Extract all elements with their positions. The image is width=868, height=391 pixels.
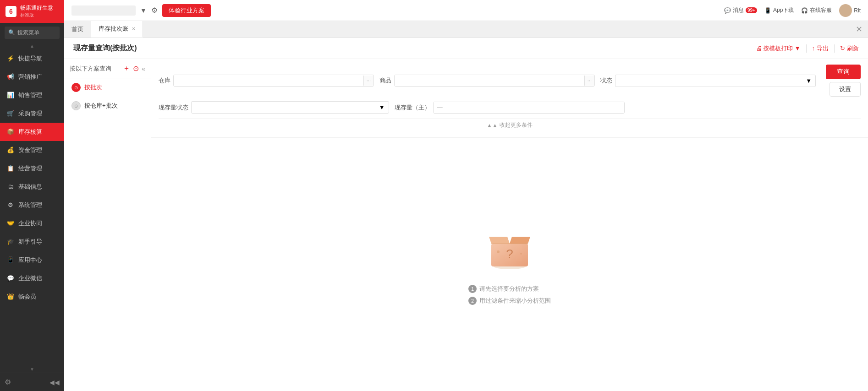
plan-settings-button[interactable]: ⊙ (133, 64, 139, 73)
warehouse-input[interactable] (174, 75, 363, 86)
collapse-left-panel-button[interactable]: « (142, 65, 145, 72)
topbar-gear-button[interactable]: ⚙ (151, 6, 158, 15)
toggle-sidebar-button[interactable]: ◀◀ (49, 379, 60, 386)
empty-state: ? 1 请先选择要分析的方案 2 用过滤条件来缩小分析范围 (151, 138, 868, 391)
product-more-icon[interactable]: ··· (584, 76, 594, 86)
product-filter-group: 商品 ··· (379, 75, 595, 87)
sidebar-item-shortcut[interactable]: ⚡ 快捷导航 (0, 49, 64, 68)
message-label: 消息 (733, 6, 744, 14)
sidebar-item-system[interactable]: ⚙ 系统管理 (0, 196, 64, 214)
experience-industry-button[interactable]: 体验行业方案 (162, 4, 211, 17)
plan-batch-icon: ⊙ (71, 83, 81, 92)
status-select[interactable]: ▼ (615, 75, 816, 87)
inventory-amount-input[interactable] (434, 102, 625, 113)
topbar-dropdown-button[interactable]: ▼ (140, 7, 147, 14)
scroll-up-indicator[interactable]: ▲ (0, 43, 64, 49)
sidebar-item-sales[interactable]: 📊 销售管理 (0, 86, 64, 104)
search-icon: 🔍 (8, 29, 15, 36)
sidebar-item-finance[interactable]: 💰 资金管理 (0, 141, 64, 159)
enterprise-icon: 🤝 (6, 219, 15, 228)
topbar-search-input[interactable] (71, 5, 136, 16)
inventory-status-label: 现存量状态 (159, 103, 188, 112)
scroll-down-indicator[interactable]: ▼ (0, 366, 64, 373)
plan-batch-label: 按批次 (84, 83, 102, 92)
page-body: 现存量查询(按批次) 🖨 按模板打印 ▼ ↑ 导出 ↻ 刷新 (64, 38, 868, 391)
newbie-label: 新手引导 (18, 238, 42, 246)
sidebar-item-purchase[interactable]: 🛒 采购管理 (0, 104, 64, 123)
svg-marker-2 (489, 237, 510, 244)
collapse-label: 收起更多条件 (500, 121, 533, 129)
plan-item-warehouse-batch[interactable]: ⊙ 按仓库+批次 (64, 97, 151, 115)
sidebar-item-wechat[interactable]: 💬 企业微信 (0, 269, 64, 288)
edition-label: 标准版 (20, 12, 53, 18)
settings-button[interactable]: 设置 (830, 82, 861, 97)
system-label: 系统管理 (18, 201, 42, 209)
sidebar-item-newbie[interactable]: 🎓 新手引导 (0, 233, 64, 251)
purchase-label: 采购管理 (18, 109, 42, 118)
product-field-container: ··· (394, 75, 595, 87)
finance-icon: 💰 (6, 146, 15, 154)
left-panel-header: 按以下方案查询 ＋ ⊙ « (64, 59, 151, 78)
sidebar-item-member[interactable]: 👑 畅会员 (0, 288, 64, 306)
refresh-label: 刷新 (847, 44, 859, 53)
sidebar-item-appstore[interactable]: 📱 应用中心 (0, 251, 64, 269)
print-dropdown-icon: ▼ (795, 45, 801, 52)
logo: 6 (5, 6, 16, 17)
warehouse-more-icon[interactable]: ··· (363, 76, 374, 86)
tab-home[interactable]: 首页 (64, 22, 91, 37)
topbar-left: ▼ ⚙ 体验行业方案 (71, 4, 211, 17)
empty-illustration: ? (482, 221, 537, 276)
empty-tip-2: 2 用过滤条件来缩小分析范围 (468, 297, 551, 305)
topbar-search-container (71, 5, 136, 16)
page-header-actions: 🖨 按模板打印 ▼ ↑ 导出 ↻ 刷新 (756, 44, 859, 53)
search-menu-button[interactable]: 🔍 搜索菜单 (5, 27, 60, 39)
sidebar: 6 畅康通好生意 标准版 🔍 搜索菜单 ▲ ⚡ 快捷导航 📢 营销推广 📊 销售… (0, 0, 64, 391)
sidebar-item-enterprise[interactable]: 🤝 企业协同 (0, 214, 64, 233)
add-plan-button[interactable]: ＋ (123, 64, 130, 73)
status-filter-label: 状态 (600, 76, 612, 85)
app-download-action[interactable]: 📱 App下载 (764, 6, 794, 14)
close-tab-area-button[interactable]: ✕ (850, 24, 868, 34)
plan-item-batch[interactable]: ⊙ 按批次 (64, 78, 151, 97)
content-area: 按以下方案查询 ＋ ⊙ « ⊙ 按批次 ⊙ 按仓库+批次 (64, 59, 868, 391)
message-badge: 99+ (746, 7, 757, 13)
print-button[interactable]: 🖨 按模板打印 ▼ (756, 44, 801, 53)
tip-2-number: 2 (468, 297, 477, 305)
basics-icon: 🗂 (6, 183, 15, 191)
tip-1-number: 1 (468, 285, 477, 293)
warehouse-field-container: ··· (173, 75, 374, 87)
operations-icon: 📋 (6, 164, 15, 173)
plan-warehouse-batch-icon: ⊙ (71, 101, 81, 110)
svg-text:?: ? (506, 247, 513, 261)
marketing-icon: 📢 (6, 73, 15, 81)
message-action[interactable]: 💬 消息 99+ (724, 6, 757, 14)
sidebar-item-inventory[interactable]: 📦 库存核算 (0, 123, 64, 141)
system-icon: ⚙ (6, 201, 15, 209)
filter-row-1: 仓库 ··· 商品 ··· (159, 65, 861, 97)
tab-close-icon[interactable]: × (132, 26, 135, 32)
collapse-more-btn[interactable]: ▲▲ 收起更多条件 (159, 118, 861, 132)
user-action[interactable]: Rit (839, 4, 861, 17)
product-filter-label: 商品 (379, 76, 391, 85)
query-button[interactable]: 查询 (826, 65, 861, 79)
inventory-amount-label: 现存量（主） (395, 103, 430, 112)
tab-inventory-batch[interactable]: 库存批次账 × (91, 21, 143, 38)
product-input[interactable] (395, 75, 584, 86)
sidebar-footer: ⚙ ◀◀ (0, 373, 64, 391)
svg-marker-3 (510, 237, 530, 244)
inventory-status-select[interactable]: ▼ (191, 101, 389, 114)
topbar-right: 💬 消息 99+ 📱 App下载 🎧 在线客服 Rit (724, 4, 861, 17)
sidebar-item-operations[interactable]: 📋 经营管理 (0, 159, 64, 178)
sales-label: 销售管理 (18, 91, 42, 99)
sidebar-item-basics[interactable]: 🗂 基础信息 (0, 178, 64, 196)
plan-warehouse-batch-label: 按仓库+批次 (84, 102, 118, 110)
settings-icon-button[interactable]: ⚙ (5, 378, 11, 386)
enterprise-label: 企业协同 (18, 219, 42, 228)
header-divider-1 (806, 44, 807, 53)
online-service-action[interactable]: 🎧 在线客服 (801, 6, 832, 14)
export-button[interactable]: ↑ 导出 (812, 44, 829, 53)
sidebar-nav: ⚡ 快捷导航 📢 营销推广 📊 销售管理 🛒 采购管理 📦 库存核算 💰 资金管… (0, 49, 64, 366)
refresh-button[interactable]: ↻ 刷新 (840, 44, 859, 53)
sidebar-item-marketing[interactable]: 📢 营销推广 (0, 68, 64, 86)
online-service-label: 在线客服 (810, 6, 832, 14)
